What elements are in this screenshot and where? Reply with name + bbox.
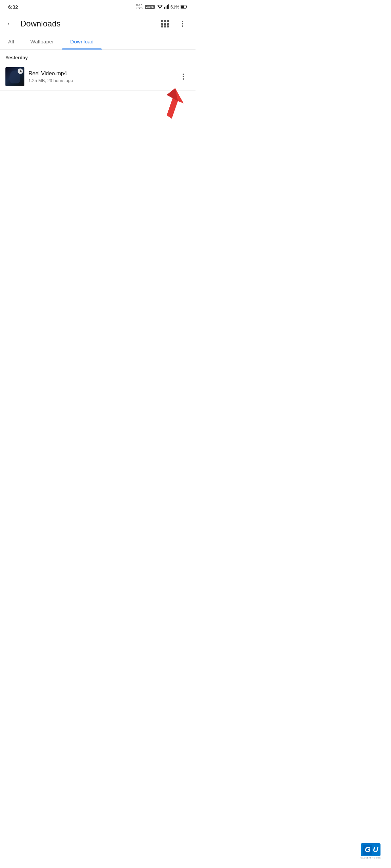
volte-badge: VoLTE xyxy=(145,5,155,9)
battery-icon xyxy=(181,4,187,9)
svg-rect-7 xyxy=(181,6,184,8)
play-icon xyxy=(18,68,23,74)
arrow-annotation xyxy=(131,85,185,140)
header-right xyxy=(158,16,190,31)
tab-download[interactable]: Download xyxy=(62,34,102,49)
thumbnail-image xyxy=(5,67,24,86)
content-area: Yesterday Reel Video.mp4 1.25 MB, 23 hou… xyxy=(0,50,196,91)
status-icons: 0.47 KB/S VoLTE 61% xyxy=(136,3,187,10)
back-button[interactable]: ← xyxy=(3,16,18,31)
tab-all[interactable]: All xyxy=(0,34,22,49)
file-thumbnail xyxy=(5,67,24,86)
svg-point-0 xyxy=(160,8,160,9)
svg-rect-2 xyxy=(166,6,166,9)
file-meta: 1.25 MB, 23 hours ago xyxy=(28,78,172,83)
play-triangle-icon xyxy=(20,70,22,73)
back-arrow-icon: ← xyxy=(6,19,14,28)
more-dots-icon xyxy=(182,21,183,27)
battery-level: 61% xyxy=(170,4,179,9)
file-more-button[interactable] xyxy=(177,70,190,83)
svg-marker-8 xyxy=(167,88,184,119)
page-title: Downloads xyxy=(20,19,61,28)
svg-rect-1 xyxy=(164,7,165,9)
grid-view-button[interactable] xyxy=(158,16,172,31)
tab-bar: All Wallpaper Download xyxy=(0,34,196,50)
signal-icon xyxy=(164,4,169,9)
svg-rect-3 xyxy=(167,5,168,9)
red-arrow-icon xyxy=(131,85,185,139)
header-left: ← Downloads xyxy=(3,16,61,31)
file-info: Reel Video.mp4 1.25 MB, 23 hours ago xyxy=(24,71,177,83)
grid-icon xyxy=(161,20,169,27)
wifi-icon xyxy=(157,4,163,9)
status-time: 6:32 xyxy=(8,4,18,10)
svg-rect-4 xyxy=(168,4,169,9)
file-more-dots-icon xyxy=(183,74,184,80)
status-bar: 6:32 0.47 KB/S VoLTE 61% xyxy=(0,0,196,14)
network-speed: 0.47 KB/S xyxy=(136,3,143,10)
tab-wallpaper[interactable]: Wallpaper xyxy=(22,34,62,49)
file-item-reel-video[interactable]: Reel Video.mp4 1.25 MB, 23 hours ago xyxy=(0,63,196,91)
svg-rect-6 xyxy=(186,6,187,8)
file-name: Reel Video.mp4 xyxy=(28,71,172,77)
section-yesterday: Yesterday xyxy=(0,50,196,63)
app-header: ← Downloads xyxy=(0,14,196,34)
more-options-button[interactable] xyxy=(175,16,190,31)
